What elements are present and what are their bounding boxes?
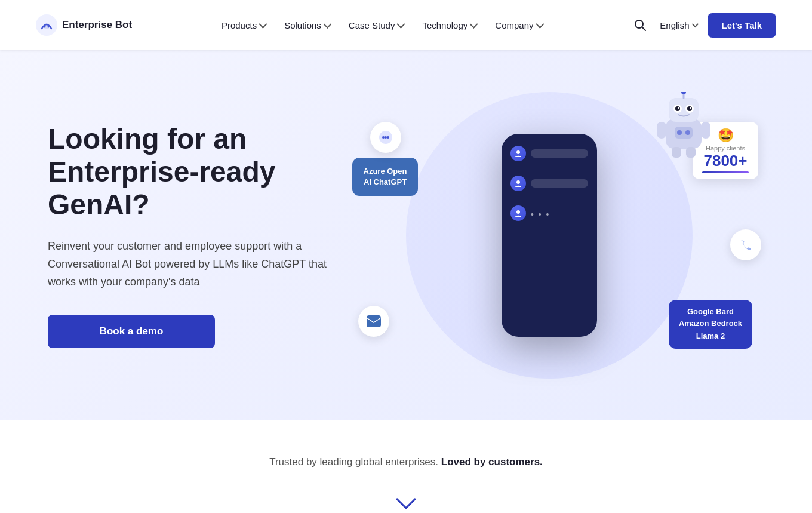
book-demo-button[interactable]: Book a demo [48,315,215,348]
nav-label-case-study: Case Study [349,20,395,30]
svg-point-26 [382,136,385,139]
chevron-down-icon [397,20,405,29]
svg-point-2 [44,26,46,28]
azure-badge: Azure Open AI ChatGPT [352,158,418,196]
badge-underline [702,171,749,173]
chat-bubble-icon [370,122,401,153]
robot-illustration [657,92,710,160]
trusted-section: Trusted by leading global enterprises. L… [0,420,812,513]
scroll-arrow[interactable] [24,492,788,506]
phone-chat-row-2 [510,176,588,191]
nav-item-products[interactable]: Products [213,16,273,35]
voice-icon [730,229,761,260]
phone-avatar [510,146,526,161]
svg-point-12 [687,106,692,111]
svg-point-27 [385,136,387,139]
search-icon [633,19,647,32]
chevron-down-icon [323,20,331,29]
hero-description: Reinvent your customer and employee supp… [48,238,334,291]
svg-rect-16 [701,122,710,139]
badge-clients-label: Happy clients [706,145,745,152]
svg-point-28 [387,136,389,139]
nav-item-technology[interactable]: Technology [414,16,484,35]
phone-avatar-2 [510,176,526,191]
svg-point-22 [516,150,520,154]
svg-point-8 [681,92,686,94]
email-icon [358,306,389,337]
svg-point-11 [675,106,680,111]
svg-rect-20 [672,147,681,158]
logo[interactable]: Enterprise Bot [36,14,132,36]
svg-point-19 [685,130,690,135]
svg-point-24 [516,210,520,214]
phone-chat-row-1 [510,146,588,161]
nav-label-company: Company [495,20,533,30]
nav-label-technology: Technology [422,20,467,30]
chevron-down-icon [470,20,478,29]
nav-item-solutions[interactable]: Solutions [276,16,338,35]
trusted-text-bold: Loved by customers. [441,456,543,468]
phone-avatar-3 [510,205,526,221]
nav-right: English Let's Talk [631,13,776,38]
nav-label-products: Products [222,20,257,30]
search-button[interactable] [631,16,649,34]
trusted-text: Trusted by leading global enterprises. L… [24,456,788,468]
azure-badge-text: Azure Open AI ChatGPT [362,166,408,188]
language-selector[interactable]: English [660,20,696,30]
scroll-down-icon [396,489,416,509]
chevron-down-icon [259,20,267,29]
svg-point-3 [48,26,50,28]
phone-mockup: • • • [502,134,597,337]
badge-emoji: 🤩 [718,128,734,143]
hero-content: Looking for an Enterprise-ready GenAI? R… [48,122,334,349]
svg-point-18 [677,130,682,135]
nav-item-company[interactable]: Company [487,16,550,35]
svg-rect-29 [367,315,381,327]
svg-rect-6 [669,98,699,122]
nav-label-solutions: Solutions [284,20,321,30]
hero-title: Looking for an Enterprise-ready GenAI? [48,122,334,222]
phone-bubble-2 [531,179,588,188]
nav-links: Products Solutions Case Study Technology [213,16,550,35]
chevron-down-icon [691,21,698,27]
lets-talk-button[interactable]: Let's Talk [708,13,776,38]
phone-chat-row-3: • • • [510,205,588,221]
svg-point-13 [678,107,679,109]
nav-item-case-study[interactable]: Case Study [340,16,412,35]
svg-rect-21 [686,147,696,158]
logo-text: Enterprise Bot [62,19,132,31]
svg-point-23 [516,180,520,184]
hero-section: Looking for an Enterprise-ready GenAI? R… [0,50,812,420]
chevron-down-icon [536,20,544,29]
hero-illustration: • • • Azure Open AI ChatGPT Google Bard … [334,86,764,385]
svg-rect-15 [657,122,666,139]
google-badge: Google Bard Amazon Bedrock Llama 2 [669,300,752,349]
svg-point-14 [690,107,691,109]
phone-typing-dots: • • • [531,210,550,219]
phone-bubble [531,149,588,158]
language-label: English [660,20,689,30]
google-badge-text: Google Bard Amazon Bedrock Llama 2 [679,306,742,343]
trusted-text-normal: Trusted by leading global enterprises. [269,456,438,468]
navbar: Enterprise Bot Products Solutions Case S… [0,0,812,50]
